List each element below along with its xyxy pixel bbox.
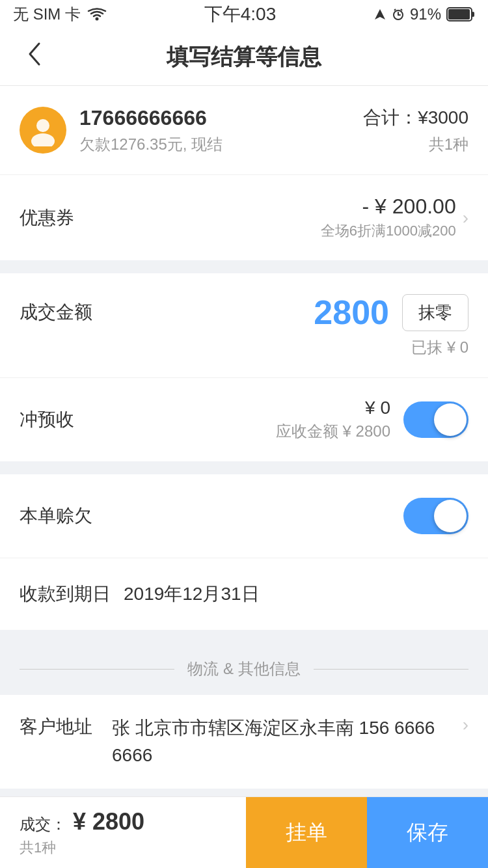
- svg-line-6: [401, 9, 402, 10]
- svg-rect-9: [472, 12, 474, 17]
- debt-section: 本单赊欠: [0, 474, 488, 558]
- battery-icon: [446, 7, 475, 21]
- bottom-bar: 成交： ¥ 2800 共1种 挂单 保存: [0, 796, 488, 868]
- duedate-section: 收款到期日 2019年12月31日: [0, 558, 488, 630]
- address-value: 张 北京市市辖区海淀区永丰南 156 6666 6666: [112, 714, 456, 769]
- duedate-label: 收款到期日: [20, 582, 111, 606]
- precollect-label: 冲预收: [20, 407, 74, 432]
- coupon-row[interactable]: 优惠券 - ¥ 200.00 全场6折满1000减200 ›: [0, 174, 488, 260]
- coupon-desc: 全场6折满1000减200: [321, 221, 456, 241]
- main-content: 17666666666 欠款1276.35元, 现结 合计：¥3000 共1种 …: [0, 86, 488, 868]
- customer-debt: 欠款1276.35元, 现结: [79, 134, 223, 155]
- svg-point-0: [96, 18, 99, 21]
- precollect-value: ¥ 0: [276, 398, 390, 418]
- avatar: [20, 107, 66, 154]
- svg-point-10: [36, 119, 49, 132]
- amount-label: 成交金额: [20, 300, 92, 325]
- nav-bar: 填写结算等信息: [0, 29, 488, 86]
- address-card: 客户地址 张 北京市市辖区海淀区永丰南 156 6666 6666 ›: [0, 695, 488, 789]
- customer-row: 17666666666 欠款1276.35元, 现结 合计：¥3000 共1种: [0, 86, 488, 174]
- coupon-label: 优惠券: [20, 206, 74, 230]
- wifi-icon: [87, 7, 107, 21]
- svg-rect-8: [448, 9, 470, 20]
- customer-card: 17666666666 欠款1276.35元, 现结 合计：¥3000 共1种 …: [0, 86, 488, 260]
- amount-value: 2800: [314, 293, 389, 332]
- address-section[interactable]: 客户地址 张 北京市市辖区海淀区永丰南 156 6666 6666 ›: [0, 695, 488, 789]
- divider-line-right: [314, 669, 468, 670]
- customer-info: 17666666666 欠款1276.35元, 现结: [79, 106, 223, 155]
- summary-count: 共1种: [20, 838, 226, 858]
- status-right: 91%: [373, 5, 475, 23]
- precollect-right: ¥ 0 应收金额 ¥ 2800: [276, 398, 468, 442]
- precollect-toggle[interactable]: [403, 401, 468, 438]
- amount-card: 成交金额 2800 抹零 已抹 ¥ 0 冲预收 ¥ 0 应收金额 ¥ 2800: [0, 273, 488, 461]
- debt-label: 本单赊欠: [20, 504, 92, 528]
- amount-right: 2800 抹零: [314, 293, 468, 332]
- customer-right: 合计：¥3000 共1种: [363, 105, 468, 155]
- bottom-summary: 成交： ¥ 2800 共1种: [0, 808, 246, 858]
- summary-amount: ¥ 2800: [73, 808, 144, 835]
- divider-line-left: [20, 669, 174, 670]
- debt-toggle-knob: [434, 500, 467, 532]
- toggle-knob: [434, 403, 467, 436]
- page-title: 填写结算等信息: [167, 42, 321, 72]
- summary-label: 成交：: [20, 814, 66, 835]
- status-time: 下午4:03: [204, 2, 277, 27]
- customer-total: 合计：¥3000: [363, 105, 468, 130]
- sim-label: 无 SIM 卡: [13, 4, 81, 25]
- logistics-divider: 物流 & 其他信息: [0, 643, 488, 695]
- svg-marker-1: [375, 9, 385, 20]
- amount-sub: 已抹 ¥ 0: [20, 337, 468, 358]
- precollect-sub: 应收金额 ¥ 2800: [276, 421, 390, 442]
- svg-point-11: [31, 133, 55, 146]
- precollect-section: 冲预收 ¥ 0 应收金额 ¥ 2800: [0, 377, 488, 461]
- amount-row: 成交金额 2800 抹零: [20, 293, 468, 332]
- status-left: 无 SIM 卡: [13, 4, 107, 25]
- location-icon: [373, 8, 386, 21]
- round-button[interactable]: 抹零: [402, 294, 468, 331]
- coupon-arrow-icon: ›: [463, 208, 468, 228]
- battery-percent: 91%: [410, 5, 441, 23]
- customer-count: 共1种: [363, 134, 468, 155]
- summary-main: 成交： ¥ 2800: [20, 808, 226, 835]
- avatar-icon: [27, 114, 59, 146]
- hang-single-button[interactable]: 挂单: [246, 797, 367, 869]
- customer-phone: 17666666666: [79, 106, 223, 130]
- precollect-row: 冲预收 ¥ 0 应收金额 ¥ 2800: [20, 398, 468, 442]
- save-button[interactable]: 保存: [367, 797, 488, 869]
- debt-toggle[interactable]: [403, 498, 468, 534]
- address-arrow-icon: ›: [463, 714, 468, 735]
- status-bar: 无 SIM 卡 下午4:03 91%: [0, 0, 488, 29]
- alarm-icon: [392, 8, 405, 21]
- customer-left: 17666666666 欠款1276.35元, 现结: [20, 106, 223, 155]
- logistics-text: 物流 & 其他信息: [187, 658, 300, 679]
- back-button[interactable]: [20, 34, 48, 79]
- svg-line-5: [394, 9, 396, 10]
- coupon-amount: - ¥ 200.00: [321, 195, 456, 219]
- amount-section: 成交金额 2800 抹零 已抹 ¥ 0: [0, 273, 488, 377]
- address-label: 客户地址: [20, 714, 92, 739]
- duedate-value: 2019年12月31日: [124, 582, 260, 606]
- debt-card: 本单赊欠 收款到期日 2019年12月31日: [0, 474, 488, 630]
